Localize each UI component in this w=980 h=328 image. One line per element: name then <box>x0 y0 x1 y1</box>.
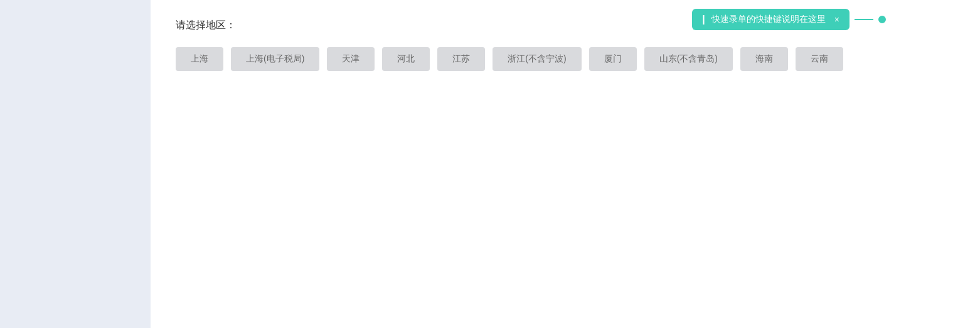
region-button[interactable]: 厦门 <box>589 47 637 71</box>
tooltip-container: 快速录单的快捷键说明在这里 × <box>692 9 886 30</box>
region-button[interactable]: 浙江(不含宁波) <box>493 47 581 71</box>
region-button[interactable]: 河北 <box>382 47 430 71</box>
tooltip-dot <box>878 16 886 23</box>
tooltip-line <box>855 19 873 20</box>
region-button[interactable]: 天津 <box>327 47 375 71</box>
region-button[interactable]: 海南 <box>740 47 788 71</box>
tooltip-bubble: 快速录单的快捷键说明在这里 × <box>692 9 850 30</box>
region-button[interactable]: 山东(不含青岛) <box>644 47 733 71</box>
region-button[interactable]: 上海(电子税局) <box>231 47 319 71</box>
sidebar <box>0 0 151 328</box>
region-button[interactable]: 上海 <box>176 47 223 71</box>
region-button[interactable]: 云南 <box>796 47 843 71</box>
region-grid: 上海上海(电子税局)天津河北江苏浙江(不含宁波)厦门山东(不含青岛)海南云南 <box>176 47 955 71</box>
main-content: 快速录单的快捷键说明在这里 × 请选择地区： 上海上海(电子税局)天津河北江苏浙… <box>151 0 980 328</box>
region-button[interactable]: 江苏 <box>437 47 485 71</box>
tooltip-text: 快速录单的快捷键说明在这里 <box>711 14 826 25</box>
tooltip-close-button[interactable]: × <box>834 14 839 25</box>
